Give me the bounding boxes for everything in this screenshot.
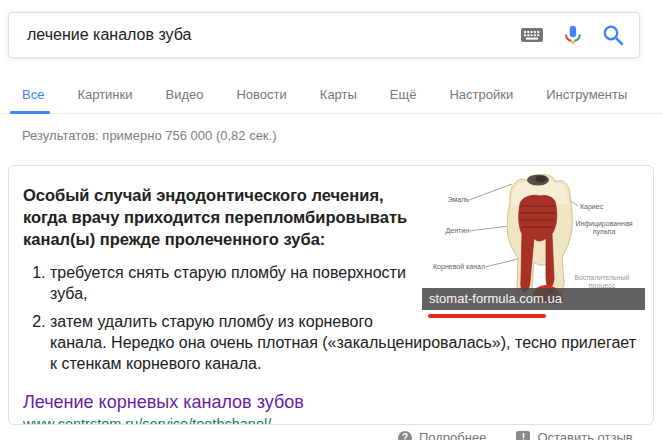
keyboard-icon[interactable] — [521, 27, 543, 43]
list-item-2: затем удалить старую пломбу из корневого… — [50, 311, 637, 374]
question-icon: ? — [398, 431, 412, 440]
tooth-diagram-image[interactable]: Эмаль Дентин Корневой канал Кариес Инфиц… — [422, 170, 645, 310]
label-infected-pulp: Инфицированная пульпа — [569, 220, 639, 236]
tab-images[interactable]: Картинки — [77, 87, 132, 102]
tab-tools[interactable]: Инструменты — [546, 87, 627, 102]
search-icon[interactable] — [601, 23, 625, 47]
image-watermark: stomat-formula.com.ua — [422, 288, 645, 310]
result-link[interactable]: Лечение корневых каналов зубов — [23, 392, 304, 413]
label-root-canal: Корневой канал — [422, 263, 485, 271]
search-bar-icons — [521, 23, 625, 47]
search-bar[interactable]: лечение каналов зуба — [8, 12, 640, 58]
search-results-page: лечение каналов зуба — [0, 0, 663, 440]
leave-feedback-label: Оставить отзыв — [537, 430, 632, 440]
annotation-underline-watermark — [428, 314, 546, 318]
featured-snippet-card: Эмаль Дентин Корневой канал Кариес Инфиц… — [8, 165, 654, 425]
microphone-icon[interactable] — [561, 23, 583, 47]
result-stats: Результатов: примерно 756 000 (0,82 сек.… — [22, 128, 277, 143]
label-enamel: Эмаль — [427, 196, 469, 204]
tabs-bar: Все Картинки Видео Новости Карты Ещё Нас… — [0, 76, 663, 114]
active-tab-indicator — [10, 111, 50, 114]
leave-feedback-button[interactable]: ! Оставить отзыв — [516, 430, 632, 440]
tab-maps[interactable]: Карты — [320, 87, 357, 102]
details-button[interactable]: ? Подробнее — [398, 430, 486, 440]
feedback-row: ? Подробнее ! Оставить отзыв — [398, 430, 633, 440]
exclamation-icon: ! — [516, 431, 530, 440]
result-url[interactable]: www.centrstom.ru/service/teethchanel/ — [23, 416, 637, 425]
tab-all[interactable]: Все — [22, 87, 44, 102]
search-input[interactable]: лечение каналов зуба — [27, 26, 521, 44]
tab-videos[interactable]: Видео — [166, 87, 204, 102]
tab-settings[interactable]: Настройки — [449, 87, 513, 102]
tab-news[interactable]: Новости — [236, 87, 286, 102]
label-dentin: Дентин — [427, 227, 469, 235]
tab-more[interactable]: Ещё — [390, 87, 417, 102]
details-label: Подробнее — [419, 430, 486, 440]
tooth-figure: Эмаль Дентин Корневой канал Кариес Инфиц… — [422, 170, 647, 318]
label-caries: Кариес — [580, 203, 632, 211]
